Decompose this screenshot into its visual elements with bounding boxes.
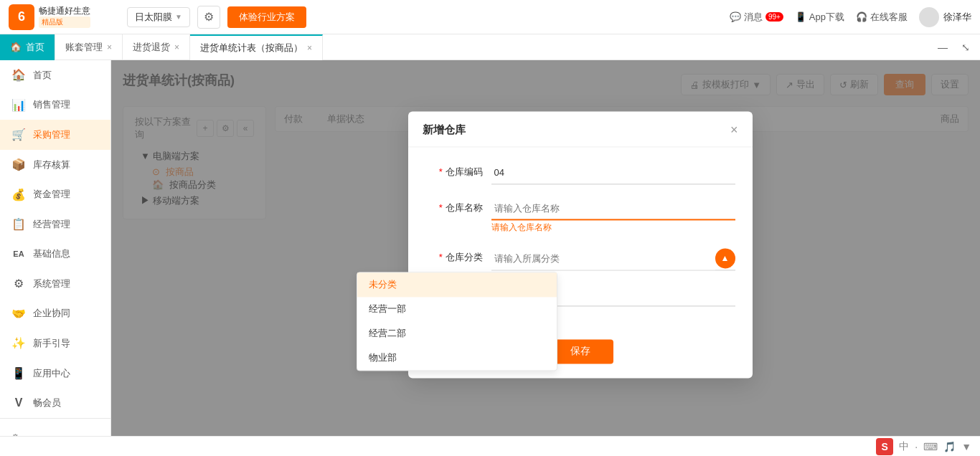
- tab-account-management[interactable]: 账套管理 ×: [55, 34, 123, 60]
- main-layout: 🏠 首页 📊 销售管理 🛒 采购管理 📦 库存核算 💰 资金管理 📋 经营管理 …: [0, 60, 980, 456]
- category-label: 仓库分类: [425, 247, 483, 264]
- sound-icon: 🎵: [943, 441, 956, 452]
- modal-body: 仓库编码 仓库名称 请输入仓库名称 仓库分类 ▲: [408, 147, 753, 333]
- sidebar-system-label: 系统管理: [33, 277, 70, 290]
- sidebar-item-guide[interactable]: ✨ 新手引导: [0, 328, 110, 358]
- settings-gear-button[interactable]: ⚙: [197, 6, 220, 29]
- warehouse-category-input[interactable]: [491, 247, 715, 270]
- sidebar-finance-label: 资金管理: [33, 188, 70, 201]
- user-avatar: [919, 7, 939, 27]
- sidebar-purchase-label: 采购管理: [33, 128, 70, 141]
- message-icon: 💬: [730, 11, 741, 22]
- headset-icon: 🎧: [856, 11, 867, 22]
- membership-icon: V: [11, 396, 26, 409]
- sidebar-item-basic-info[interactable]: EA 基础信息: [0, 239, 110, 269]
- app-badge: 精品版: [39, 16, 90, 28]
- sidebar-sales-label: 销售管理: [33, 98, 70, 111]
- category-dropdown: 未分类 经营一部 经营二部 物业部: [357, 272, 557, 371]
- warehouse-name-row: 仓库名称 请输入仓库名称: [425, 197, 735, 234]
- sidebar-home-label: 首页: [33, 69, 52, 82]
- apps-icon: 📱: [11, 366, 26, 380]
- tab-account-close-icon[interactable]: ×: [107, 42, 112, 52]
- home-icon: 🏠: [10, 42, 22, 52]
- sidebar-item-membership[interactable]: V 畅会员: [0, 388, 110, 418]
- app-name: 畅捷通好生意: [39, 6, 90, 17]
- modal-title: 新增仓库: [423, 123, 466, 137]
- sidebar-item-finance[interactable]: 💰 资金管理: [0, 179, 110, 209]
- sidebar-membership-label: 畅会员: [33, 396, 61, 409]
- sidebar-item-operations[interactable]: 📋 经营管理: [0, 209, 110, 239]
- tab-home[interactable]: 🏠 首页: [0, 34, 55, 60]
- warehouse-category-row: 仓库分类 ▲ 未分类 经营一部 经营二部 物业部: [425, 247, 735, 270]
- sales-icon: 📊: [11, 98, 26, 112]
- messages-badge: 99+: [765, 12, 783, 22]
- dropdown-item-dept2[interactable]: 经营二部: [357, 321, 557, 346]
- status-dot-icon: ·: [915, 441, 918, 452]
- sidebar-operations-label: 经营管理: [33, 218, 70, 231]
- sidebar: 🏠 首页 📊 销售管理 🛒 采购管理 📦 库存核算 💰 资金管理 📋 经营管理 …: [0, 60, 111, 456]
- sidebar-guide-label: 新手引导: [33, 337, 70, 350]
- sidebar-item-home[interactable]: 🏠 首页: [0, 60, 110, 90]
- modal-header: 新增仓库 ×: [408, 111, 753, 147]
- tabbar-actions: — ⤡: [934, 39, 980, 56]
- name-error-message: 请输入仓库名称: [491, 222, 735, 234]
- name-label: 仓库名称: [425, 197, 483, 214]
- operations-icon: 📋: [11, 217, 26, 231]
- trial-button[interactable]: 体验行业方案: [227, 6, 306, 28]
- home-nav-icon: 🏠: [11, 68, 26, 82]
- warehouse-name-input[interactable]: [491, 197, 735, 220]
- username: 徐泽华: [943, 11, 971, 24]
- tab-expand-icon[interactable]: ⤡: [957, 39, 974, 56]
- dropdown-item-unclassified[interactable]: 未分类: [357, 272, 557, 297]
- warehouse-code-row: 仓库编码: [425, 161, 735, 184]
- tabbar: 🏠 首页 账套管理 × 进货退货 × 进货单统计表（按商品） × — ⤡: [0, 34, 980, 60]
- category-toggle-icon[interactable]: ▲: [715, 248, 735, 268]
- tab-purchase-return-close-icon[interactable]: ×: [174, 42, 179, 52]
- system-icon: ⚙: [11, 277, 26, 290]
- online-service-button[interactable]: 🎧 在线客服: [856, 11, 908, 24]
- messages-button[interactable]: 💬 消息 99+: [730, 11, 783, 24]
- warehouse-code-input[interactable]: [491, 161, 735, 184]
- tab-purchase-stats-close-icon[interactable]: ×: [307, 43, 312, 53]
- sidebar-item-system[interactable]: ⚙ 系统管理: [0, 269, 110, 299]
- dropdown-item-dept3[interactable]: 物业部: [357, 346, 557, 370]
- keyboard-icon: ⌨: [923, 441, 938, 452]
- tab-purchase-stats[interactable]: 进货单统计表（按商品） ×: [190, 34, 323, 60]
- tab-purchase-stats-label: 进货单统计表（按商品）: [200, 42, 303, 54]
- store-name: 日太阳膜: [135, 11, 172, 24]
- sidebar-item-enterprise[interactable]: 🤝 企业协同: [0, 299, 110, 329]
- tab-account-label: 账套管理: [65, 41, 103, 54]
- sidebar-item-sales[interactable]: 📊 销售管理: [0, 90, 110, 120]
- app-logo-icon: 6: [9, 4, 34, 30]
- enterprise-icon: 🤝: [11, 307, 26, 320]
- sidebar-item-inventory[interactable]: 📦 库存核算: [0, 150, 110, 180]
- store-selector[interactable]: 日太阳膜 ▼: [127, 7, 190, 27]
- sidebar-inventory-label: 库存核算: [33, 158, 70, 171]
- user-profile[interactable]: 徐泽华: [919, 7, 971, 27]
- content-area: 进货单统计(按商品) 🖨 按模板打印 ▼ ↗ 导出 ↺ 刷新: [111, 60, 980, 456]
- status-bar: S 中 · ⌨ 🎵 ▼: [0, 436, 980, 456]
- modal-close-button[interactable]: ×: [730, 123, 738, 138]
- tray-expand-icon: ▼: [961, 441, 971, 452]
- finance-icon: 💰: [11, 188, 26, 201]
- dropdown-item-dept1[interactable]: 经营一部: [357, 297, 557, 321]
- store-selector-arrow-icon: ▼: [175, 13, 182, 21]
- purchase-icon: 🛒: [11, 128, 26, 141]
- logo-area: 6 畅捷通好生意 精品版: [9, 4, 120, 30]
- code-label: 仓库编码: [425, 161, 483, 179]
- basic-info-icon: EA: [11, 250, 26, 258]
- app-download-button[interactable]: 📱 App下载: [795, 11, 844, 24]
- phone-icon: 📱: [795, 11, 806, 22]
- brand-logo-s: S: [876, 438, 893, 455]
- sidebar-apps-label: 应用中心: [33, 367, 70, 380]
- sidebar-item-apps[interactable]: 📱 应用中心: [0, 358, 110, 389]
- sidebar-basic-info-label: 基础信息: [33, 247, 70, 260]
- guide-icon: ✨: [11, 336, 26, 350]
- tab-minimize-icon[interactable]: —: [934, 39, 951, 56]
- tab-purchase-return-label: 进货退货: [133, 41, 170, 54]
- sidebar-item-purchase[interactable]: 🛒 采购管理: [0, 120, 110, 150]
- tab-purchase-return[interactable]: 进货退货 ×: [123, 34, 190, 60]
- inventory-icon: 📦: [11, 158, 26, 171]
- topbar-right: 💬 消息 99+ 📱 App下载 🎧 在线客服 徐泽华: [730, 7, 971, 27]
- category-field: ▲: [491, 247, 735, 270]
